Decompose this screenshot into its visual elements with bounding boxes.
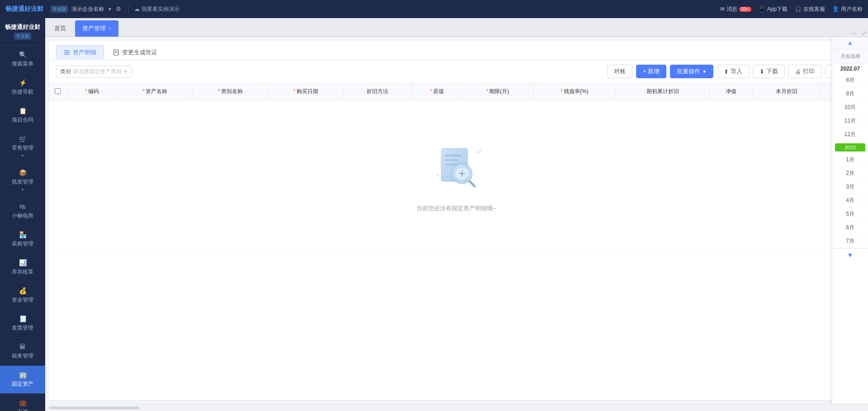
window-maximize-btn[interactable]: ⤢ xyxy=(861,29,868,37)
sidebar-item-finance[interactable]: 💰 资金管理 xyxy=(0,282,45,310)
asset-table: *编码 *资产名称 *类别名称 *购买日期 折旧方法 *原值 *期限(月) *残… xyxy=(49,83,864,254)
user-avatar-btn[interactable]: 👤 用户名称 xyxy=(832,5,863,13)
app-logo: 畅捷通好业财 xyxy=(5,5,43,13)
phone-icon: 📱 xyxy=(759,6,765,12)
col-original-value: *原值 xyxy=(412,83,462,100)
toolbar-left: 类别 请选择固定资产类别 ▼ xyxy=(56,66,604,78)
sidebar-item-wholesale[interactable]: 📦 批发管理 ▼ xyxy=(0,164,45,198)
user-icon: 👤 xyxy=(832,6,839,12)
col-net-value: 净值 xyxy=(709,83,752,100)
col-category-name: *类别名称 xyxy=(193,83,268,100)
reconcile-btn[interactable]: 对账 xyxy=(607,65,632,78)
sidebar-item-search[interactable]: 🔍 搜索菜单 xyxy=(0,46,45,74)
month-item-7[interactable]: 7月 xyxy=(832,235,868,248)
month-item-4[interactable]: 4月 xyxy=(832,194,868,208)
tab-home[interactable]: 首页 xyxy=(45,20,75,37)
col-depreciation-method: 折旧方法 xyxy=(344,83,412,100)
month-item-2[interactable]: 2月 xyxy=(832,167,868,180)
month-panel: ▲ 月份选择 2022.07 8月 9月 10月 11月 12月 2023 1月… xyxy=(832,37,868,404)
tab-bar: 首页 资产管理 × — ⤢ xyxy=(45,18,868,37)
print-btn[interactable]: 🖨 打印 xyxy=(788,65,821,78)
sidebar-header: 畅捷通好业财 专业版 xyxy=(0,18,45,46)
svg-line-12 xyxy=(470,181,475,186)
download-icon: ⬇ xyxy=(760,68,764,75)
month-nav-up-btn[interactable]: ▲ xyxy=(846,39,855,47)
sidebar-item-inventory[interactable]: 📊 库存核算 xyxy=(0,254,45,282)
tab-asset-mgmt[interactable]: 资产管理 × xyxy=(75,20,118,37)
online-service-btn[interactable]: 🎧 在线客服 xyxy=(795,5,825,13)
top-bar: 畅捷通好业财 专业版 演示企业名称 ▼ ⚙ ☁ 我要看实例演示 ✉ 消息 99+… xyxy=(0,0,868,18)
sidebar-item-quicknav[interactable]: ⚡ 快捷导航 xyxy=(0,74,45,102)
col-period-months: *期限(月) xyxy=(462,83,533,100)
col-month-depr: 本月折旧 xyxy=(753,83,821,100)
col-purchase-date: *购买日期 xyxy=(268,83,344,100)
tab-close-icon[interactable]: × xyxy=(108,26,111,31)
window-minimize-btn[interactable]: — xyxy=(850,29,857,37)
window-controls: — ⤢ xyxy=(850,29,868,37)
month-item-8[interactable]: 8月 xyxy=(832,74,868,87)
sidebar-edition: 专业版 xyxy=(14,33,31,40)
batch-ops-btn[interactable]: 批量操作 ▼ xyxy=(670,65,713,78)
month-item-11[interactable]: 11月 xyxy=(832,114,868,128)
add-btn[interactable]: + 新增 xyxy=(636,65,666,78)
month-item-1[interactable]: 1月 xyxy=(832,153,868,167)
message-badge: 99+ xyxy=(739,7,751,12)
month-item-3[interactable]: 3月 xyxy=(832,180,868,194)
edition-badge: 专业版 xyxy=(51,5,68,13)
sidebar-item-fixed-assets[interactable]: 🏢 固定资产 xyxy=(0,366,45,394)
scrollbar-area xyxy=(45,404,868,411)
main-layout: 畅捷通好业财 专业版 🔍 搜索菜单 ⚡ 快捷导航 📋 项目合同 🛒 零售管理 ▼… xyxy=(0,18,868,411)
assets-icon: 🏢 xyxy=(19,371,27,378)
month-item-6[interactable]: 6月 xyxy=(832,221,868,235)
app-download-btn[interactable]: 📱 App下载 xyxy=(759,5,788,13)
sub-tab-bar: 资产明细 变更生成凭证 xyxy=(49,41,864,60)
year-2023-badge: 2023 xyxy=(835,143,865,151)
month-nav-down-btn[interactable]: ▼ xyxy=(847,251,854,259)
company-dropdown-arrow[interactable]: ▼ xyxy=(108,7,112,12)
purchase-icon: 🏪 xyxy=(19,231,27,238)
empty-text: 当前您还没有固定资产明细哦~ xyxy=(416,204,496,213)
gear-icon[interactable]: ⚙ xyxy=(116,5,123,13)
sub-tab-asset-detail[interactable]: 资产明细 xyxy=(56,45,104,60)
month-item-10[interactable]: 10月 xyxy=(832,101,868,114)
empty-state: 当前您还没有固定资产明细哦~ xyxy=(52,105,861,249)
empty-row: 当前您还没有固定资产明细哦~ xyxy=(49,100,864,254)
sidebar-item-salary[interactable]: 💼 工资 xyxy=(0,394,45,411)
col-checkbox xyxy=(49,83,67,100)
demo-link[interactable]: ☁ 我要看实例演示 xyxy=(134,5,179,13)
sidebar: 畅捷通好业财 专业版 🔍 搜索菜单 ⚡ 快捷导航 📋 项目合同 🛒 零售管理 ▼… xyxy=(0,18,45,411)
retail-arrow: ▼ xyxy=(21,154,24,158)
contract-icon: 📋 xyxy=(19,107,27,114)
svg-point-16 xyxy=(437,174,439,176)
batch-dropdown-icon: ▼ xyxy=(702,69,707,74)
import-btn[interactable]: ⬆ 导入 xyxy=(717,65,749,78)
category-select[interactable]: 类别 请选择固定资产类别 ▼ xyxy=(56,66,132,78)
month-item-5[interactable]: 5月 xyxy=(832,208,868,221)
sidebar-item-ecommerce[interactable]: 🛍 小畅电商 xyxy=(0,198,45,226)
month-panel-bottom: ▼ xyxy=(832,248,868,261)
svg-rect-1 xyxy=(64,52,70,53)
print-icon: 🖨 xyxy=(795,68,801,75)
retail-icon: 🛒 xyxy=(19,135,27,142)
sub-tab-change-voucher[interactable]: 变更生成凭证 xyxy=(106,46,165,59)
month-item-12[interactable]: 12月 xyxy=(832,128,868,142)
sidebar-item-tax[interactable]: 🏛 税务管理 xyxy=(0,338,45,366)
download-btn[interactable]: ⬇ 下载 xyxy=(753,65,785,78)
top-bar-left: 畅捷通好业财 专业版 演示企业名称 ▼ ⚙ ☁ 我要看实例演示 xyxy=(5,5,720,13)
col-code: *编码 xyxy=(67,83,117,100)
toolbar: 类别 请选择固定资产类别 ▼ 对账 + 新增 批量操作 ▼ ⬆ xyxy=(49,60,864,83)
message-btn[interactable]: ✉ 消息 99+ xyxy=(720,5,751,13)
select-all-checkbox[interactable] xyxy=(55,88,61,94)
svg-rect-4 xyxy=(115,51,118,52)
sidebar-item-retail[interactable]: 🛒 零售管理 ▼ xyxy=(0,130,45,164)
month-panel-year-2022: 2022.07 xyxy=(832,64,868,74)
company-name[interactable]: 演示企业名称 xyxy=(71,5,104,13)
sidebar-item-project[interactable]: 📋 项目合同 xyxy=(0,102,45,130)
flash-icon: ⚡ xyxy=(19,79,27,86)
sidebar-item-purchase[interactable]: 🏪 采购管理 xyxy=(0,226,45,254)
sidebar-item-invoice[interactable]: 🧾 发票管理 xyxy=(0,310,45,338)
dropdown-arrow-icon: ▼ xyxy=(123,69,128,74)
month-item-9[interactable]: 9月 xyxy=(832,87,868,101)
horizontal-scrollbar[interactable] xyxy=(49,406,139,409)
headset-icon: 🎧 xyxy=(795,6,802,12)
